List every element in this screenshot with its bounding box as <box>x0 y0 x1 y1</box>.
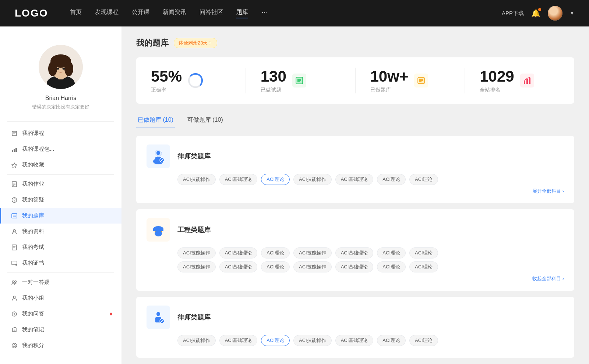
svg-rect-14 <box>15 148 17 152</box>
nav-avatar[interactable] <box>548 6 562 21</box>
banks-icon <box>414 74 428 88</box>
nav-bell-button[interactable]: 🔔 <box>531 9 540 18</box>
myqa-icon: ? <box>11 311 18 317</box>
sidebar-item-myqa[interactable]: ? 我的问答 <box>0 306 121 322</box>
qbank-name-lawyer2: 律师类题库 <box>177 313 211 322</box>
sidebar-item-label: 我的课程包... <box>22 146 54 153</box>
tag-item[interactable]: ACI基础理论 <box>335 261 374 272</box>
sidebar-item-favorites[interactable]: 我的收藏 <box>0 157 121 173</box>
sidebar-item-profile[interactable]: 我的资料 <box>0 224 121 239</box>
nav-link-home[interactable]: 首页 <box>70 8 82 18</box>
nav-bell-dot <box>538 8 541 11</box>
svg-rect-13 <box>14 149 15 152</box>
svg-point-63 <box>155 231 162 236</box>
sidebar-item-exam[interactable]: 我的考试 <box>0 239 121 255</box>
tag-item[interactable]: ACI技能操作 <box>177 261 216 272</box>
tag-item[interactable]: ACI理论 <box>377 261 406 272</box>
stat-banks-value: 10w+ <box>370 68 409 85</box>
homework-icon <box>11 181 18 188</box>
sidebar-item-tutor[interactable]: 一对一答疑 <box>0 274 121 290</box>
tag-item[interactable]: ACI理论 <box>377 247 406 258</box>
svg-rect-22 <box>12 214 17 218</box>
tag-item[interactable]: ACI技能操作 <box>177 174 216 185</box>
nav-link-open[interactable]: 公开课 <box>132 8 149 18</box>
nav-logo[interactable]: LOGO <box>15 7 48 19</box>
sidebar-item-label: 我的答疑 <box>22 196 44 203</box>
qbank-card-engineer: 工程类题库 ACI技能操作 ACI基础理论 ACI理论 ACI技能操作 ACI基… <box>136 209 574 291</box>
unread-dot <box>110 313 112 315</box>
nav-link-more[interactable]: ··· <box>261 8 267 18</box>
tag-item-active[interactable]: ACI理论 <box>261 174 290 185</box>
qbank-expand-lawyer1[interactable]: 展开全部科目 › <box>147 188 564 195</box>
tag-item[interactable]: ACI技能操作 <box>177 247 216 258</box>
qbank-tags-lawyer1: ACI技能操作 ACI基础理论 ACI理论 ACI技能操作 ACI基础理论 AC… <box>147 174 564 185</box>
rank-icon <box>520 74 534 88</box>
nav-chevron-icon[interactable]: ▼ <box>570 11 574 16</box>
nav-avatar-image <box>548 6 562 21</box>
tag-item[interactable]: ACI基础理论 <box>335 335 374 346</box>
accuracy-chart <box>188 73 203 88</box>
nav-link-discover[interactable]: 发现课程 <box>95 8 119 18</box>
sidebar-item-points[interactable]: 我的积分 <box>0 338 121 353</box>
tag-item[interactable]: ACI理论 <box>409 247 438 258</box>
qbank-card-lawyer2: 律师类题库 ACI技能操作 ACI基础理论 ACI理论 ACI技能操作 ACI基… <box>136 297 574 358</box>
tab-todo[interactable]: 可做题库 (10) <box>186 113 225 128</box>
svg-point-33 <box>13 296 15 298</box>
tag-item-active[interactable]: ACI理论 <box>261 335 290 346</box>
tag-item[interactable]: ACI技能操作 <box>293 174 332 185</box>
page-title: 我的题库 <box>136 38 169 49</box>
tag-item[interactable]: ACI基础理论 <box>219 247 258 258</box>
nav-link-qbank[interactable]: 题库 <box>236 8 248 18</box>
tag-item[interactable]: ACI理论 <box>377 174 406 185</box>
tag-item[interactable]: ACI理论 <box>409 335 438 346</box>
qbank-collapse-engineer[interactable]: 收起全部科目 › <box>147 275 564 282</box>
sidebar-item-courses[interactable]: 我的课程 <box>0 125 121 141</box>
page-header: 我的题库 体验剩余23天！ <box>136 38 574 49</box>
stat-accuracy: 55% 正确率 <box>151 68 246 93</box>
svg-rect-9 <box>12 131 17 136</box>
qbank-icon <box>11 213 18 219</box>
stat-accuracy-label: 正确率 <box>151 87 182 93</box>
sidebar-item-qbank[interactable]: 我的题库 <box>0 208 121 224</box>
svg-point-32 <box>15 281 17 282</box>
sidebar-item-label: 我的笔记 <box>22 326 44 333</box>
sidebar-item-questions[interactable]: ? 我的答疑 <box>0 192 121 208</box>
tag-item[interactable]: ACI基础理论 <box>219 335 258 346</box>
sidebar: Brian Harris 错误的决定比没有决定要好 我的课程 我的课程包... <box>0 26 121 364</box>
engineer-icon <box>147 218 170 242</box>
sidebar-item-packages[interactable]: 我的课程包... <box>0 141 121 157</box>
group-icon <box>11 295 18 301</box>
tag-item[interactable]: ACI基础理论 <box>335 174 374 185</box>
stats-card: 55% 正确率 130 已做试题 <box>136 57 574 104</box>
tutor-icon <box>11 279 18 286</box>
tab-done[interactable]: 已做题库 (10) <box>136 113 175 128</box>
tag-item[interactable]: ACI技能操作 <box>177 335 216 346</box>
sidebar-item-label: 我的考试 <box>22 244 44 251</box>
svg-point-7 <box>57 68 59 70</box>
tag-item[interactable]: ACI理论 <box>261 261 290 272</box>
tag-item[interactable]: ACI理论 <box>409 261 438 272</box>
qbank-tags-engineer-row1: ACI技能操作 ACI基础理论 ACI理论 ACI技能操作 ACI基础理论 AC… <box>147 247 564 258</box>
svg-marker-15 <box>12 163 17 168</box>
tag-item[interactable]: ACI技能操作 <box>293 261 332 272</box>
sidebar-item-notes[interactable]: 我的笔记 <box>0 322 121 338</box>
sidebar-item-label: 我的题库 <box>22 212 44 219</box>
tag-item[interactable]: ACI基础理论 <box>219 261 258 272</box>
tag-item[interactable]: ACI理论 <box>377 335 406 346</box>
tag-item[interactable]: ACI技能操作 <box>293 335 332 346</box>
sidebar-item-label: 我的小组 <box>22 295 44 301</box>
tag-item[interactable]: ACI基础理论 <box>219 174 258 185</box>
tag-item[interactable]: ACI技能操作 <box>293 247 332 258</box>
nav-right: APP下载 🔔 ▼ <box>502 6 574 21</box>
sidebar-menu: 我的课程 我的课程包... 我的收藏 我的作业 <box>0 122 121 357</box>
sidebar-item-homework[interactable]: 我的作业 <box>0 176 121 192</box>
sidebar-item-certificate[interactable]: 我的证书 <box>0 255 121 271</box>
nav-link-news[interactable]: 新闻资讯 <box>163 8 186 18</box>
nav-link-qa[interactable]: 问答社区 <box>200 8 223 18</box>
tag-item[interactable]: ACI理论 <box>261 247 290 258</box>
stat-rank-value: 1029 <box>480 68 514 85</box>
sidebar-item-group[interactable]: 我的小组 <box>0 290 121 306</box>
nav-app-download[interactable]: APP下载 <box>502 10 524 17</box>
tag-item[interactable]: ACI理论 <box>409 174 438 185</box>
tag-item[interactable]: ACI基础理论 <box>335 247 374 258</box>
